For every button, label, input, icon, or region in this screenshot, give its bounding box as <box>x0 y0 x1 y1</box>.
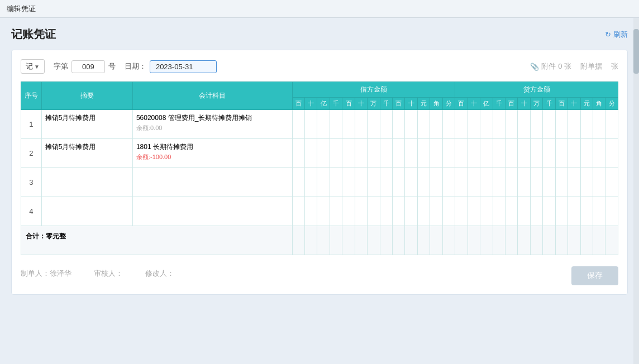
row-account-1[interactable]: 1801 长期待摊费用余额:-100.00 <box>132 139 292 168</box>
debit-cell-r3-c1[interactable] <box>304 197 317 226</box>
credit-cell-r3-c2[interactable] <box>480 197 493 226</box>
debit-cell-r3-c4[interactable] <box>342 197 355 226</box>
credit-cell-r3-c12[interactable] <box>605 197 618 226</box>
credit-cell-r3-c7[interactable] <box>543 197 555 226</box>
row-summary-0[interactable]: 摊销5月待摊费用 <box>41 110 132 139</box>
credit-cell-r0-c11[interactable] <box>593 110 605 139</box>
debit-cell-r1-c0[interactable] <box>292 139 304 168</box>
credit-cell-r0-c12[interactable] <box>605 110 618 139</box>
debit-cell-r3-c9[interactable] <box>405 197 417 226</box>
credit-cell-r1-c12[interactable] <box>605 139 618 168</box>
credit-cell-r2-c7[interactable] <box>543 168 555 197</box>
credit-cell-r0-c2[interactable] <box>480 110 493 139</box>
debit-cell-r0-c3[interactable] <box>330 110 342 139</box>
debit-cell-r1-c8[interactable] <box>393 139 405 168</box>
credit-cell-r2-c10[interactable] <box>580 168 593 197</box>
credit-cell-r0-c10[interactable] <box>580 110 593 139</box>
debit-cell-r2-c3[interactable] <box>330 168 342 197</box>
debit-cell-r3-c8[interactable] <box>393 197 405 226</box>
debit-cell-r2-c11[interactable] <box>430 168 442 197</box>
credit-cell-r1-c6[interactable] <box>530 139 542 168</box>
debit-cell-r2-c9[interactable] <box>405 168 417 197</box>
row-account-3[interactable] <box>132 197 292 226</box>
row-summary-1[interactable]: 摊销5月待摊费用 <box>41 139 132 168</box>
credit-cell-r3-c3[interactable] <box>493 197 505 226</box>
debit-cell-r1-c4[interactable] <box>342 139 355 168</box>
debit-cell-r2-c8[interactable] <box>393 168 405 197</box>
credit-cell-r2-c8[interactable] <box>555 168 568 197</box>
debit-cell-r1-c7[interactable] <box>380 139 392 168</box>
credit-cell-r3-c0[interactable] <box>455 197 468 226</box>
credit-cell-r2-c2[interactable] <box>480 168 493 197</box>
debit-cell-r1-c3[interactable] <box>330 139 342 168</box>
row-summary-3[interactable] <box>41 197 132 226</box>
debit-cell-r1-c11[interactable] <box>430 139 442 168</box>
debit-cell-r1-c10[interactable] <box>417 139 430 168</box>
credit-cell-r2-c3[interactable] <box>493 168 505 197</box>
credit-cell-r2-c0[interactable] <box>455 168 468 197</box>
debit-cell-r2-c0[interactable] <box>292 168 304 197</box>
date-input[interactable] <box>150 60 217 73</box>
debit-cell-r0-c2[interactable] <box>317 110 330 139</box>
credit-cell-r2-c5[interactable] <box>518 168 530 197</box>
credit-cell-r1-c9[interactable] <box>568 139 580 168</box>
row-account-0[interactable]: 56020008 管理费用_长期待摊费用摊销余额:0.00 <box>132 110 292 139</box>
credit-cell-r2-c4[interactable] <box>505 168 517 197</box>
debit-cell-r2-c2[interactable] <box>317 168 330 197</box>
debit-cell-r1-c1[interactable] <box>304 139 317 168</box>
credit-cell-r0-c7[interactable] <box>543 110 555 139</box>
debit-cell-r3-c12[interactable] <box>442 197 455 226</box>
credit-cell-r0-c1[interactable] <box>468 110 480 139</box>
credit-cell-r2-c12[interactable] <box>605 168 618 197</box>
debit-cell-r0-c0[interactable] <box>292 110 304 139</box>
credit-cell-r2-c11[interactable] <box>593 168 605 197</box>
scrollbar-thumb[interactable] <box>633 29 639 74</box>
save-button[interactable]: 保存 <box>571 266 618 285</box>
credit-cell-r1-c5[interactable] <box>518 139 530 168</box>
credit-cell-r1-c2[interactable] <box>480 139 493 168</box>
debit-cell-r3-c10[interactable] <box>417 197 430 226</box>
credit-cell-r0-c3[interactable] <box>493 110 505 139</box>
debit-cell-r3-c2[interactable] <box>317 197 330 226</box>
credit-cell-r3-c6[interactable] <box>530 197 542 226</box>
debit-cell-r2-c12[interactable] <box>442 168 455 197</box>
credit-cell-r2-c1[interactable] <box>468 168 480 197</box>
credit-cell-r3-c10[interactable] <box>580 197 593 226</box>
debit-cell-r0-c5[interactable] <box>355 110 367 139</box>
credit-cell-r1-c1[interactable] <box>468 139 480 168</box>
debit-cell-r0-c9[interactable] <box>405 110 417 139</box>
debit-cell-r2-c4[interactable] <box>342 168 355 197</box>
debit-cell-r0-c7[interactable] <box>380 110 392 139</box>
debit-cell-r3-c7[interactable] <box>380 197 392 226</box>
credit-cell-r3-c11[interactable] <box>593 197 605 226</box>
credit-cell-r3-c5[interactable] <box>518 197 530 226</box>
credit-cell-r0-c9[interactable] <box>568 110 580 139</box>
debit-cell-r0-c6[interactable] <box>368 110 380 139</box>
row-summary-2[interactable] <box>41 168 132 197</box>
credit-cell-r1-c3[interactable] <box>493 139 505 168</box>
credit-cell-r3-c8[interactable] <box>555 197 568 226</box>
debit-cell-r0-c10[interactable] <box>417 110 430 139</box>
debit-cell-r3-c3[interactable] <box>330 197 342 226</box>
refresh-button[interactable]: ↻ 刷新 <box>605 30 628 40</box>
credit-cell-r3-c9[interactable] <box>568 197 580 226</box>
debit-cell-r3-c6[interactable] <box>368 197 380 226</box>
debit-cell-r0-c12[interactable] <box>442 110 455 139</box>
debit-cell-r0-c8[interactable] <box>393 110 405 139</box>
credit-cell-r1-c7[interactable] <box>543 139 555 168</box>
debit-cell-r0-c1[interactable] <box>304 110 317 139</box>
attach-link[interactable]: 📎 附件 0 张 <box>530 61 571 71</box>
credit-cell-r1-c11[interactable] <box>593 139 605 168</box>
credit-cell-r1-c4[interactable] <box>505 139 517 168</box>
credit-cell-r0-c5[interactable] <box>518 110 530 139</box>
credit-cell-r3-c4[interactable] <box>505 197 517 226</box>
credit-cell-r1-c8[interactable] <box>555 139 568 168</box>
credit-cell-r1-c10[interactable] <box>580 139 593 168</box>
credit-cell-r1-c0[interactable] <box>455 139 468 168</box>
debit-cell-r3-c0[interactable] <box>292 197 304 226</box>
debit-cell-r1-c12[interactable] <box>442 139 455 168</box>
debit-cell-r2-c7[interactable] <box>380 168 392 197</box>
debit-cell-r0-c4[interactable] <box>342 110 355 139</box>
credit-cell-r0-c8[interactable] <box>555 110 568 139</box>
debit-cell-r1-c2[interactable] <box>317 139 330 168</box>
